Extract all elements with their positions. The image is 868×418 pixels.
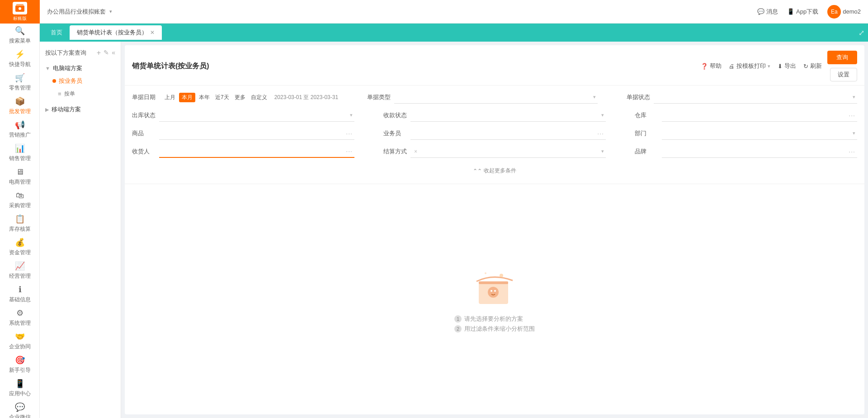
date-tab-this-year[interactable]: 本年 xyxy=(197,93,212,102)
app-download-icon: 📱 xyxy=(787,8,794,15)
sidebar-item-system[interactable]: ⚙ 系统管理 xyxy=(0,306,39,329)
mobile-scheme-group-header[interactable]: ▶ 移动端方案 xyxy=(40,104,121,115)
date-label: 单据日期 xyxy=(132,93,159,101)
topbar-dropdown-icon[interactable]: ▾ xyxy=(109,9,112,14)
right-panel: 销货单统计表(按业务员) ❓ 帮助 🖨 按模板打印 ▾ ⬇ xyxy=(125,45,864,414)
sidebar-item-purchase[interactable]: 🛍 采购管理 xyxy=(0,188,39,212)
collapse-up-icon: ⌃⌃ xyxy=(473,168,482,174)
doc-status-dropdown-icon: ▾ xyxy=(853,94,855,100)
add-scheme-icon[interactable]: + xyxy=(97,49,101,57)
template-print-button[interactable]: 🖨 按模板打印 ▾ xyxy=(729,62,770,70)
edit-scheme-icon[interactable]: ✎ xyxy=(104,49,109,57)
sidebar-item-sales[interactable]: 📊 销售管理 xyxy=(0,141,39,165)
svg-point-5 xyxy=(500,274,503,277)
salesperson-control[interactable]: ··· xyxy=(410,127,606,140)
tab-close-icon[interactable]: ✕ xyxy=(150,29,155,36)
sidebar-item-finance[interactable]: 💰 资金管理 xyxy=(0,235,39,259)
pc-group-label: 电脑端方案 xyxy=(53,64,82,72)
export-button[interactable]: ⬇ 导出 xyxy=(778,62,796,70)
export-label: 导出 xyxy=(784,62,796,70)
right-action-buttons: 查询 设置 xyxy=(827,51,857,81)
sidebar-item-label: 搜索菜单 xyxy=(9,37,31,45)
refresh-icon: ↻ xyxy=(803,63,808,70)
svg-point-6 xyxy=(485,272,486,274)
main-area: 办公用品行业模拟账套 ▾ 💬 消息 📱 App下载 Ea demo2 首页 销货… xyxy=(40,0,868,418)
date-tab-last-month[interactable]: 上月 xyxy=(163,93,177,102)
settlement-control[interactable]: × ▾ xyxy=(410,145,606,158)
collapse-bar[interactable]: ⌃⌃ 收起更多条件 xyxy=(132,163,857,178)
marketing-icon: 📢 xyxy=(15,120,25,130)
query-button[interactable]: 查询 xyxy=(827,51,857,64)
message-button[interactable]: 💬 消息 xyxy=(757,8,778,16)
left-panel-header: 按以下方案查询 + ✎ « xyxy=(40,45,121,61)
tab-sales-stats[interactable]: 销货单统计表（按业务员） ✕ xyxy=(70,25,162,40)
tab-home[interactable]: 首页 xyxy=(43,25,70,40)
sidebar-item-ecommerce[interactable]: 🖥 电商管理 xyxy=(0,165,39,188)
collapse-panel-icon[interactable]: « xyxy=(112,49,115,57)
tabbar: 首页 销货单统计表（按业务员） ✕ ⤢ xyxy=(40,24,868,42)
setting-button[interactable]: 设置 xyxy=(830,68,857,81)
sidebar-item-operation[interactable]: 📈 经营管理 xyxy=(0,259,39,282)
warehouse-label: 仓库 xyxy=(635,111,662,119)
tab-expand-icon[interactable]: ⤢ xyxy=(859,28,864,37)
print-dropdown-icon[interactable]: ▾ xyxy=(768,63,770,69)
app-download-label: App下载 xyxy=(796,8,818,16)
settlement-clear-icon[interactable]: × xyxy=(414,148,417,155)
collapse-label: 收起更多条件 xyxy=(484,167,516,175)
purchase-icon: 🛍 xyxy=(16,191,24,200)
out-status-label: 出库状态 xyxy=(132,111,159,119)
tab-sales-stats-label: 销货单统计表（按业务员） xyxy=(77,28,147,37)
out-status-control[interactable]: ▾ xyxy=(159,109,354,122)
filter-dept: 部门 ▾ xyxy=(635,127,857,140)
brand-label: 品牌 xyxy=(635,147,662,156)
pc-scheme-group-header[interactable]: ▼ 电脑端方案 xyxy=(40,62,121,74)
message-label: 消息 xyxy=(766,8,778,16)
brand-control[interactable]: ··· xyxy=(662,145,857,158)
help-button[interactable]: ❓ 帮助 xyxy=(701,62,722,70)
sidebar-item-inventory[interactable]: 📋 库存核算 xyxy=(0,212,39,235)
doc-type-control[interactable]: ▾ xyxy=(394,91,598,104)
sidebar-item-wholesale[interactable]: 📦 批发管理 xyxy=(0,94,39,118)
scheme-by-order[interactable]: ≡ 按单 xyxy=(40,88,121,100)
user-profile[interactable]: Ea demo2 xyxy=(827,5,861,19)
goods-control[interactable]: ··· xyxy=(159,127,354,140)
app-download-button[interactable]: 📱 App下载 xyxy=(787,8,818,16)
topbar: 办公用品行业模拟账套 ▾ 💬 消息 📱 App下载 Ea demo2 xyxy=(40,0,868,24)
sidebar-item-label: 零售管理 xyxy=(9,84,31,92)
warehouse-control[interactable]: ··· xyxy=(662,109,857,122)
doc-status-control[interactable]: ▾ xyxy=(654,91,857,104)
date-tab-custom[interactable]: 自定义 xyxy=(249,93,269,102)
svg-point-8 xyxy=(491,290,492,292)
sidebar-item-cooperation[interactable]: 🤝 企业协同 xyxy=(0,329,39,353)
refresh-button[interactable]: ↻ 刷新 xyxy=(803,62,822,70)
date-tab-this-month[interactable]: 本月 xyxy=(179,93,195,102)
sidebar-item-apps[interactable]: 📱 应用中心 xyxy=(0,376,39,400)
sidebar-item-newbie[interactable]: 🎯 新手引导 xyxy=(0,353,39,376)
sidebar-item-quick-nav[interactable]: ⚡ 快捷导航 xyxy=(0,47,39,71)
filter-goods: 商品 ··· xyxy=(132,127,354,140)
topbar-title: 办公用品行业模拟账套 xyxy=(47,8,106,16)
dept-control[interactable]: ▾ xyxy=(662,127,857,140)
sidebar-item-label: 快捷导航 xyxy=(9,61,31,68)
hint-num-2: 2 xyxy=(454,325,462,332)
left-panel-title: 按以下方案查询 xyxy=(45,49,86,57)
scheme-by-salesperson[interactable]: 按业务员 xyxy=(40,74,121,88)
svg-rect-1 xyxy=(16,4,24,6)
empty-state: 1 请先选择要分析的方案 2 用过滤条件来缩小分析范围 xyxy=(125,184,864,414)
sidebar-item-label: 应用中心 xyxy=(9,390,31,398)
pay-status-label: 收款状态 xyxy=(383,111,410,119)
page-title: 销货单统计表(按业务员) xyxy=(132,62,209,71)
sidebar-item-marketing[interactable]: 📢 营销推广 xyxy=(0,118,39,141)
sidebar-item-search-menu[interactable]: 🔍 搜索菜单 xyxy=(0,24,39,47)
sidebar-item-retail[interactable]: 🛒 零售管理 xyxy=(0,71,39,94)
sidebar-item-label: 销售管理 xyxy=(9,155,31,162)
sidebar-item-basic[interactable]: ℹ 基础信息 xyxy=(0,282,39,306)
avatar: Ea xyxy=(827,5,841,19)
date-tab-7days[interactable]: 近7天 xyxy=(213,93,231,102)
receiver-control[interactable]: ··· xyxy=(159,145,354,158)
sidebar-item-wechat[interactable]: 💬 企业微信 xyxy=(0,400,39,418)
date-range: 2023-03-01 至 2023-03-31 xyxy=(274,94,338,101)
pay-status-control[interactable]: ▾ xyxy=(410,109,606,122)
sidebar-item-label: 营销推广 xyxy=(9,131,31,139)
date-tab-more[interactable]: 更多 xyxy=(233,93,247,102)
